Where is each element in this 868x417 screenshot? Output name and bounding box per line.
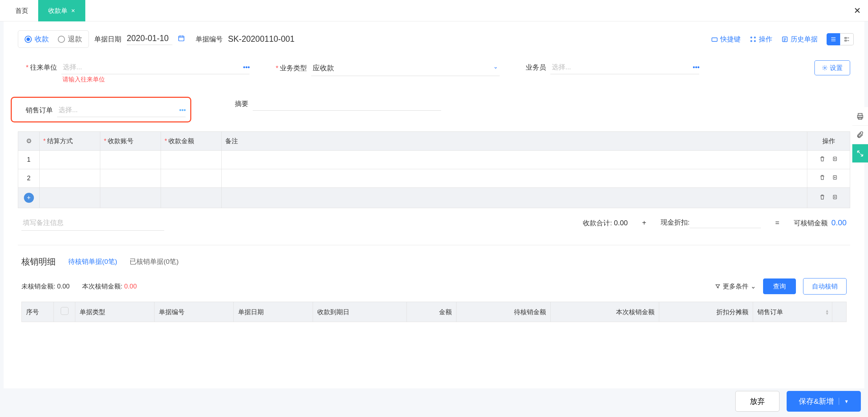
settings-label: 设置 bbox=[830, 64, 843, 72]
biztype-select[interactable]: 应收款 ⌄ bbox=[311, 60, 500, 76]
cell-account[interactable] bbox=[100, 151, 161, 169]
discount-label: 现金折扣: bbox=[661, 218, 690, 226]
view-list-button[interactable] bbox=[827, 33, 840, 45]
svg-point-9 bbox=[824, 67, 826, 69]
close-icon[interactable]: ✕ bbox=[854, 6, 861, 16]
delete-icon[interactable] bbox=[819, 194, 826, 202]
th-amount: 收款金额 bbox=[168, 137, 194, 145]
more-conditions-button[interactable]: 更多条件 ⌄ bbox=[715, 282, 756, 291]
gear-icon: ⚙ bbox=[26, 137, 32, 145]
svg-rect-1 bbox=[712, 37, 717, 41]
auto-writeoff-button[interactable]: 自动核销 bbox=[803, 278, 847, 295]
add-row-button[interactable]: + bbox=[24, 193, 34, 203]
copy-icon[interactable] bbox=[832, 194, 838, 202]
writeoff-table: 序号 单据类型 单据编号 单据日期 收款到期日 金额 待核销金额 本次核销金额 … bbox=[21, 302, 847, 322]
shortcut-label: 快捷键 bbox=[720, 35, 741, 44]
add-row: + bbox=[18, 188, 850, 208]
svg-point-3 bbox=[754, 37, 755, 38]
history-label: 历史单据 bbox=[791, 35, 818, 44]
ellipsis-icon[interactable]: ••• bbox=[179, 106, 186, 114]
clerk-input[interactable] bbox=[550, 60, 699, 74]
operation-link[interactable]: 操作 bbox=[750, 35, 772, 44]
calendar-icon[interactable] bbox=[178, 35, 185, 44]
settings-button[interactable]: 设置 bbox=[814, 60, 850, 75]
no-value: SK-20200110-001 bbox=[228, 34, 298, 44]
sort-icon: ▲▼ bbox=[825, 309, 829, 315]
col-order[interactable]: 销售订单▲▼ bbox=[753, 302, 832, 322]
copy-icon[interactable] bbox=[832, 174, 838, 182]
delete-icon[interactable] bbox=[819, 174, 826, 182]
summary-label: 摘要 bbox=[213, 99, 248, 109]
svg-point-5 bbox=[754, 40, 755, 41]
tab-done[interactable]: 已核销单据(0笔) bbox=[130, 257, 178, 266]
tab-pending[interactable]: 待核销单据(0笔) bbox=[68, 257, 117, 266]
cell-remark[interactable] bbox=[222, 169, 807, 188]
save-button[interactable]: 保存&新增 ▼ bbox=[787, 391, 861, 412]
this-writeoff-value: 0.00 bbox=[124, 283, 137, 290]
ellipsis-icon[interactable]: ••• bbox=[243, 64, 250, 71]
writeoff-title: 核销明细 bbox=[21, 256, 56, 267]
party-input[interactable] bbox=[61, 60, 249, 74]
col-this: 本次核销金额 bbox=[550, 302, 659, 322]
clerk-field: 业务员 ••• bbox=[521, 60, 700, 74]
remarks-input[interactable] bbox=[21, 215, 164, 231]
radio-refund[interactable]: 退款 bbox=[58, 34, 82, 44]
query-button[interactable]: 查询 bbox=[763, 278, 796, 294]
cell-amount[interactable] bbox=[161, 169, 222, 188]
cell-amount[interactable] bbox=[161, 151, 222, 169]
shortcut-link[interactable]: 快捷键 bbox=[711, 35, 741, 44]
biztype-field: *业务类型 应收款 ⌄ bbox=[271, 60, 500, 76]
tab-home[interactable]: 首页 bbox=[5, 0, 38, 21]
col-due: 收款到期日 bbox=[313, 302, 407, 322]
close-icon[interactable]: ✕ bbox=[71, 8, 75, 14]
settings-column[interactable]: ⚙ bbox=[18, 132, 40, 151]
save-label: 保存&新增 bbox=[799, 396, 834, 406]
col-extra bbox=[832, 302, 847, 322]
rail-print-button[interactable] bbox=[852, 107, 868, 126]
receipt-type-radio: 收款 退款 bbox=[18, 30, 89, 48]
summary-field: 摘要 bbox=[213, 97, 441, 111]
plus-sign: + bbox=[642, 219, 646, 227]
salesorder-input[interactable] bbox=[57, 103, 186, 117]
col-checkbox[interactable] bbox=[54, 302, 75, 322]
cell-method[interactable] bbox=[40, 169, 100, 188]
svg-rect-7 bbox=[845, 37, 847, 38]
th-method: 结算方式 bbox=[47, 137, 73, 145]
salesorder-highlight: 销售订单 ••• bbox=[11, 97, 191, 122]
cell-remark[interactable] bbox=[222, 151, 807, 169]
discount-input[interactable] bbox=[690, 218, 761, 228]
cell-method[interactable] bbox=[40, 151, 100, 169]
checkbox-icon bbox=[61, 307, 69, 315]
rail-attachment-button[interactable] bbox=[852, 126, 868, 144]
th-action: 操作 bbox=[807, 132, 850, 151]
this-writeoff-label: 本次核销金额: bbox=[82, 283, 122, 290]
date-value[interactable]: 2020-01-10 bbox=[127, 34, 172, 45]
salesorder-label: 销售订单 bbox=[22, 106, 53, 115]
col-alloc: 折扣分摊额 bbox=[659, 302, 753, 322]
tab-receipt[interactable]: 收款单 ✕ bbox=[38, 0, 85, 21]
history-link[interactable]: 历史单据 bbox=[781, 35, 818, 44]
biztype-label: 业务类型 bbox=[280, 64, 307, 72]
table-row: 1 bbox=[18, 151, 850, 169]
rail-expand-button[interactable] bbox=[852, 144, 868, 163]
chevron-down-icon: ⌄ bbox=[751, 282, 756, 290]
view-form-button[interactable] bbox=[840, 33, 854, 45]
ellipsis-icon[interactable]: ••• bbox=[693, 64, 700, 71]
cell-account[interactable] bbox=[100, 169, 161, 188]
summary-input[interactable] bbox=[253, 97, 441, 111]
col-date: 单据日期 bbox=[233, 302, 313, 322]
unwriteoff-label: 未核销金额: bbox=[21, 283, 55, 290]
tab-bar: 首页 收款单 ✕ ✕ bbox=[0, 0, 868, 21]
radio-receipt[interactable]: 收款 bbox=[25, 34, 49, 44]
radio-icon bbox=[58, 36, 65, 43]
clerk-label: 业务员 bbox=[521, 63, 546, 72]
equals-sign: = bbox=[775, 219, 779, 227]
sum-value: 0.00 bbox=[614, 219, 628, 227]
svg-point-4 bbox=[751, 40, 752, 41]
copy-icon[interactable] bbox=[832, 156, 838, 164]
discard-button[interactable]: 放弃 bbox=[735, 391, 779, 412]
th-account: 收款账号 bbox=[108, 137, 133, 145]
th-remark: 备注 bbox=[222, 132, 807, 151]
delete-icon[interactable] bbox=[819, 156, 826, 164]
payment-table: ⚙ *结算方式 *收款账号 *收款金额 备注 操作 1 bbox=[18, 131, 850, 208]
